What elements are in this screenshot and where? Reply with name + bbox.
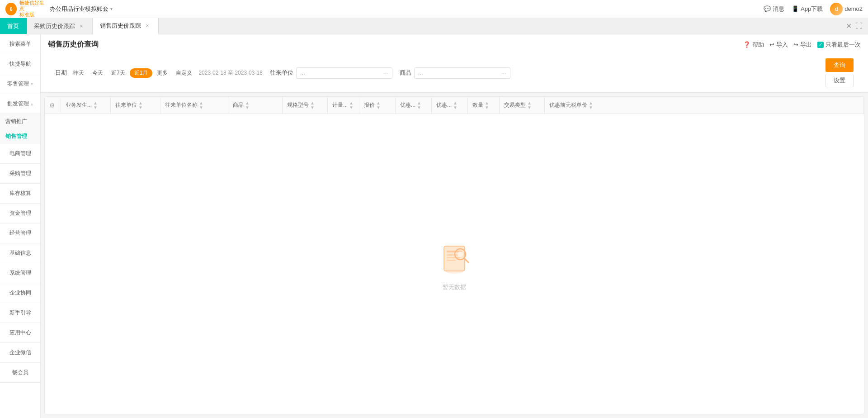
date-btn-more[interactable]: 更多 xyxy=(153,68,171,78)
ecommerce-label: 电商管理 xyxy=(9,150,31,157)
svg-rect-6 xyxy=(447,260,456,261)
settings-button[interactable]: 设置 xyxy=(826,74,854,87)
sidebar: 搜索菜单 快捷导航 零售管理 ▾ 批发管理 ▴ 营销推广 销售管理 xyxy=(0,34,41,418)
date-btn-7days[interactable]: 近7天 xyxy=(108,68,129,78)
download-icon: 📱 xyxy=(792,5,799,12)
th-biz-date[interactable]: 业务发生... ▲▼ xyxy=(61,97,111,114)
page-title: 销售历史价查询 xyxy=(48,40,99,49)
sort-icon: ▲▼ xyxy=(485,101,489,110)
purchase-history-tab-label: 采购历史价跟踪 xyxy=(34,22,75,30)
wholesale-mgmt-label: 批发管理 xyxy=(7,100,29,108)
sort-icon: ▲▼ xyxy=(199,101,203,110)
th-unit[interactable]: 计量... ▲▼ xyxy=(328,97,359,114)
import-icon: ↩ xyxy=(769,41,774,48)
sort-icon: ▲▼ xyxy=(453,101,458,110)
filter-bar: 日期 昨天 今天 近7天 近1月 更多 自定义 2023-02-18 至 202… xyxy=(48,54,861,92)
date-btn-today[interactable]: 今天 xyxy=(89,68,107,78)
sidebar-item-quick-nav[interactable]: 快捷导航 xyxy=(0,54,40,74)
sidebar-item-wechat[interactable]: 企业微信 xyxy=(0,343,40,363)
new-guide-label: 新手引导 xyxy=(9,309,31,317)
avatar: d xyxy=(830,3,843,15)
sidebar-item-enterprise[interactable]: 企业协同 xyxy=(0,283,40,303)
tab-sales-history[interactable]: 销售历史价跟踪 × xyxy=(93,18,159,34)
fullscreen-btn[interactable]: ⛶ xyxy=(855,23,863,30)
topbar: 6 畅捷信好生意 标准版 办公用品行业模拟账套 ▾ 💬 消息 📱 App下载 d… xyxy=(0,0,868,18)
app-selector[interactable]: 办公用品行业模拟账套 ▾ xyxy=(46,3,116,15)
wholesale-submenu: 营销推广 销售管理 xyxy=(0,114,40,144)
product-filter-group: 商品 ··· xyxy=(400,67,510,79)
sidebar-item-retail-mgmt[interactable]: 零售管理 ▾ xyxy=(0,74,40,94)
sidebar-sub-item-marketing[interactable]: 营销推广 xyxy=(0,114,40,129)
date-btn-custom[interactable]: 自定义 xyxy=(172,68,196,78)
sidebar-item-finance[interactable]: 资金管理 xyxy=(0,204,40,223)
date-range-text: 2023-02-18 至 2023-03-18 xyxy=(198,69,262,77)
empty-state: 暂无数据 xyxy=(45,114,864,414)
th-qty[interactable]: 数量 ▲▼ xyxy=(468,97,500,114)
sidebar-item-system[interactable]: 系统管理 xyxy=(0,263,40,283)
close-tab-btn[interactable]: ✕ xyxy=(846,23,852,30)
search-menu-label: 搜索菜单 xyxy=(9,40,31,48)
app-download-btn[interactable]: 📱 App下载 xyxy=(792,5,823,13)
tab-purchase-history[interactable]: 采购历史价跟踪 × xyxy=(27,18,93,34)
message-icon: 💬 xyxy=(764,5,771,12)
sidebar-item-basic-info[interactable]: 基础信息 xyxy=(0,243,40,263)
partner-input[interactable] xyxy=(297,68,380,78)
layout: 搜索菜单 快捷导航 零售管理 ▾ 批发管理 ▴ 营销推广 销售管理 xyxy=(0,34,868,418)
svg-point-9 xyxy=(458,252,463,257)
close-purchase-history-tab[interactable]: × xyxy=(78,23,85,30)
retail-mgmt-label: 零售管理 xyxy=(7,80,29,88)
th-partner-name[interactable]: 往来单位名称 ▲▼ xyxy=(160,97,228,114)
sort-icon: ▲▼ xyxy=(310,101,315,110)
page-actions: ❓ 帮助 ↩ 导入 ↪ 导出 ✓ 只看最后一次 xyxy=(743,41,861,49)
user-profile[interactable]: d demo2 xyxy=(830,3,863,15)
th-partner-code[interactable]: 往来单位 ▲▼ xyxy=(111,97,160,114)
main-content: 销售历史价查询 ❓ 帮助 ↩ 导入 ↪ 导出 ✓ xyxy=(41,34,868,418)
export-btn[interactable]: ↪ 导出 xyxy=(793,41,812,49)
import-btn[interactable]: ↩ 导入 xyxy=(769,41,788,49)
only-last-checkbox[interactable]: ✓ 只看最后一次 xyxy=(817,41,861,49)
table-settings-col[interactable]: ⚙ xyxy=(45,98,61,113)
page-title-row: 销售历史价查询 ❓ 帮助 ↩ 导入 ↪ 导出 ✓ xyxy=(48,40,861,49)
quick-nav-label: 快捷导航 xyxy=(9,60,31,68)
sidebar-item-app-center[interactable]: 应用中心 xyxy=(0,323,40,343)
sort-icon: ▲▼ xyxy=(245,101,250,110)
partner-input-suffix: ··· xyxy=(380,70,392,76)
enterprise-label: 企业协同 xyxy=(9,289,31,297)
sidebar-item-wholesale-mgmt[interactable]: 批发管理 ▴ xyxy=(0,94,40,114)
help-btn[interactable]: ❓ 帮助 xyxy=(743,41,764,49)
partner-input-wrap: ··· xyxy=(296,67,392,79)
th-price[interactable]: 报价 ▲▼ xyxy=(359,97,396,114)
sidebar-item-inventory[interactable]: 库存核算 xyxy=(0,184,40,204)
filter-action-buttons: 查询 设置 xyxy=(826,58,854,87)
export-icon: ↪ xyxy=(793,41,798,48)
page-header: 销售历史价查询 ❓ 帮助 ↩ 导入 ↪ 导出 ✓ xyxy=(41,34,868,93)
basic-info-label: 基础信息 xyxy=(9,249,31,257)
query-button[interactable]: 查询 xyxy=(826,58,854,72)
th-discount1[interactable]: 优惠... ▲▼ xyxy=(396,97,432,114)
sidebar-item-new-guide[interactable]: 新手引导 xyxy=(0,303,40,323)
wechat-label: 企业微信 xyxy=(9,349,31,356)
th-tax-price[interactable]: 优惠前无税单价 ▲▼ xyxy=(545,97,864,114)
close-sales-history-tab[interactable]: × xyxy=(144,22,151,29)
date-btn-1month[interactable]: 近1月 xyxy=(130,68,153,78)
sidebar-item-ecommerce[interactable]: 电商管理 xyxy=(0,144,40,164)
th-trade-type[interactable]: 交易类型 ▲▼ xyxy=(500,97,545,114)
th-spec[interactable]: 规格型号 ▲▼ xyxy=(283,97,328,114)
product-input[interactable] xyxy=(415,68,498,78)
empty-text: 暂无数据 xyxy=(443,283,466,291)
th-product[interactable]: 商品 ▲▼ xyxy=(228,97,283,114)
product-input-suffix: ··· xyxy=(498,70,510,76)
message-btn[interactable]: 💬 消息 xyxy=(764,5,784,13)
tabbar-actions: ✕ ⛶ xyxy=(840,18,868,34)
logo-icon: 6 xyxy=(5,3,17,15)
sidebar-sub-item-sales-mgmt[interactable]: 销售管理 xyxy=(0,129,40,144)
operations-label: 经营管理 xyxy=(9,229,31,237)
tab-home[interactable]: 首页 xyxy=(0,18,27,34)
sidebar-item-search-menu[interactable]: 搜索菜单 xyxy=(0,34,40,54)
date-btn-yesterday[interactable]: 昨天 xyxy=(70,68,88,78)
sort-icon: ▲▼ xyxy=(138,101,143,110)
th-discount2[interactable]: 优惠... ▲▼ xyxy=(432,97,468,114)
sidebar-item-operations[interactable]: 经营管理 xyxy=(0,223,40,243)
sidebar-item-vip[interactable]: 畅会员 xyxy=(0,363,40,383)
sidebar-item-purchase[interactable]: 采购管理 xyxy=(0,164,40,184)
